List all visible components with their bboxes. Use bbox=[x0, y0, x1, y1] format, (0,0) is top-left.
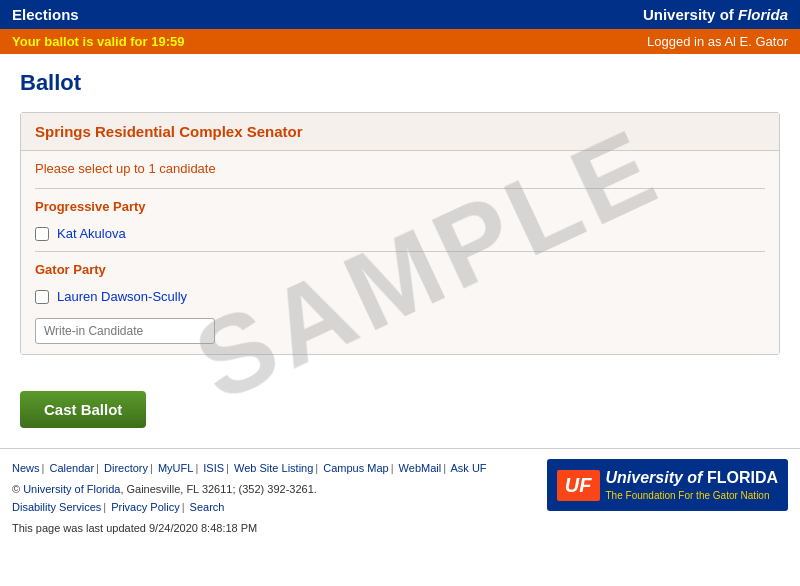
footer-left: News| Calendar| Directory| MyUFL| ISIS| … bbox=[12, 459, 487, 538]
ballot-validity: Your ballot is valid for 19:59 bbox=[12, 34, 184, 49]
uf-tagline: The Foundation For the Gator Nation bbox=[606, 489, 778, 503]
ballot-card-body: Please select up to 1 candidate Progress… bbox=[21, 151, 779, 354]
uf-logo-text: University of FLORIDA The Foundation For… bbox=[606, 467, 778, 503]
candidate-checkbox-kat[interactable] bbox=[35, 227, 49, 241]
candidate-name-kat: Kat Akulova bbox=[57, 226, 126, 241]
footer-link-askuf[interactable]: Ask UF bbox=[451, 462, 487, 474]
footer-links: Disability Services| Privacy Policy| Sea… bbox=[12, 498, 487, 517]
footer-link-privacy[interactable]: Privacy Policy bbox=[111, 501, 179, 513]
ballot-card: Springs Residential Complex Senator Plea… bbox=[20, 112, 780, 355]
write-in-input[interactable] bbox=[35, 318, 215, 344]
footer-link-campusmap[interactable]: Campus Map bbox=[323, 462, 388, 474]
race-title: Springs Residential Complex Senator bbox=[35, 123, 765, 140]
footer-link-news[interactable]: News bbox=[12, 462, 40, 474]
footer-link-search[interactable]: Search bbox=[190, 501, 225, 513]
footer-nav: News| Calendar| Directory| MyUFL| ISIS| … bbox=[12, 459, 487, 478]
footer-link-directory[interactable]: Directory bbox=[104, 462, 148, 474]
footer-address: © University of Florida, Gainesville, FL… bbox=[12, 480, 487, 499]
uf-badge: UF bbox=[557, 470, 600, 501]
footer-last-updated: This page was last updated 9/24/2020 8:4… bbox=[12, 519, 487, 538]
main-content: Ballot Springs Residential Complex Senat… bbox=[0, 54, 800, 371]
select-instruction: Please select up to 1 candidate bbox=[35, 161, 765, 176]
party-section-gator: Gator Party Lauren Dawson-Scully bbox=[35, 251, 765, 306]
party-divider-2 bbox=[35, 251, 765, 252]
app-title: Elections bbox=[12, 6, 79, 23]
top-header: Elections University of Florida bbox=[0, 0, 800, 29]
candidate-checkbox-lauren[interactable] bbox=[35, 290, 49, 304]
party-section-progressive: Progressive Party Kat Akulova bbox=[35, 188, 765, 243]
ballot-bar: Your ballot is valid for 19:59 Logged in… bbox=[0, 29, 800, 54]
logged-in-status: Logged in as Al E. Gator bbox=[647, 34, 788, 49]
footer-link-myufl[interactable]: MyUFL bbox=[158, 462, 193, 474]
candidate-row-lauren: Lauren Dawson-Scully bbox=[35, 287, 765, 306]
party-divider-1 bbox=[35, 188, 765, 189]
footer-uf-link[interactable]: University of Florida bbox=[23, 483, 120, 495]
footer-link-webmail[interactable]: WebMail bbox=[399, 462, 442, 474]
page-title: Ballot bbox=[20, 70, 780, 96]
footer-link-isis[interactable]: ISIS bbox=[203, 462, 224, 474]
footer-link-calendar[interactable]: Calendar bbox=[49, 462, 94, 474]
uf-logo: UF University of FLORIDA The Foundation … bbox=[547, 459, 788, 511]
university-name: University of Florida bbox=[643, 6, 788, 23]
party-name-progressive: Progressive Party bbox=[35, 195, 765, 218]
candidate-name-lauren: Lauren Dawson-Scully bbox=[57, 289, 187, 304]
uf-name: University of FLORIDA bbox=[606, 467, 778, 489]
footer-link-disability[interactable]: Disability Services bbox=[12, 501, 101, 513]
ballot-card-header: Springs Residential Complex Senator bbox=[21, 113, 779, 151]
party-name-gator: Gator Party bbox=[35, 258, 765, 281]
candidate-row-kat: Kat Akulova bbox=[35, 224, 765, 243]
footer-link-websitelisting[interactable]: Web Site Listing bbox=[234, 462, 313, 474]
cast-ballot-button[interactable]: Cast Ballot bbox=[20, 391, 146, 428]
footer: News| Calendar| Directory| MyUFL| ISIS| … bbox=[0, 448, 800, 548]
